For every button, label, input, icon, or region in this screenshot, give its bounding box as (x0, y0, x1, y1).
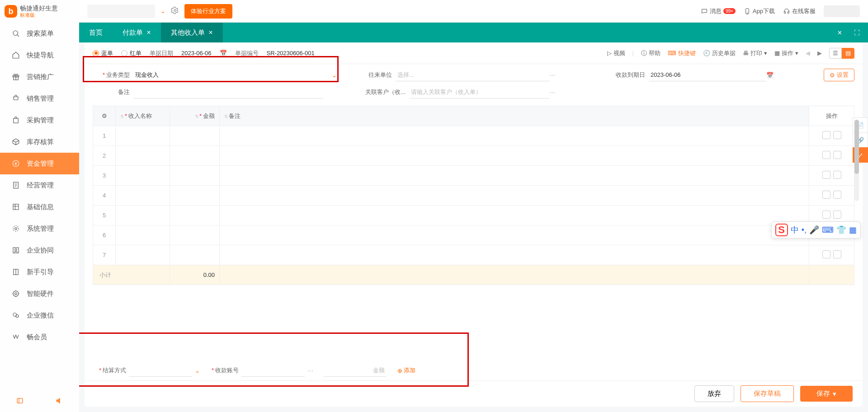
history-button[interactable]: 🕘 历史单据 (703, 49, 736, 57)
sidebar-item-home[interactable]: 快捷导航 (0, 44, 79, 66)
sidebar-item-search[interactable]: 搜索菜单 (0, 23, 79, 44)
trial-button[interactable]: 体验行业方案 (184, 4, 232, 19)
biz-type-input[interactable] (133, 69, 269, 81)
help-button[interactable]: ⓘ 帮助 (641, 49, 660, 57)
cell-name[interactable] (116, 206, 170, 225)
table-row[interactable]: 4 (93, 186, 854, 206)
more-icon[interactable]: ⋯ (549, 72, 556, 79)
calendar-icon[interactable]: 📅 (220, 50, 227, 56)
cell-name[interactable] (116, 146, 170, 166)
sidebar-item-money[interactable]: 资金管理 (0, 153, 79, 174)
remark-input[interactable] (133, 86, 323, 98)
next-button[interactable]: ▶ (817, 50, 822, 56)
sidebar-item-sys[interactable]: 系统管理 (0, 218, 79, 239)
calendar-icon[interactable]: 📅 (766, 72, 774, 79)
delete-icon[interactable] (822, 171, 830, 179)
due-date-input[interactable] (649, 69, 766, 81)
chevron-down-icon[interactable]: ⌄ (195, 367, 200, 374)
delete-icon[interactable] (822, 131, 830, 139)
cell-amount[interactable] (170, 225, 220, 245)
tab[interactable]: 首页 (79, 23, 113, 42)
more-icon[interactable]: ⋯ (549, 89, 556, 96)
ime-skin-icon[interactable]: 👕 (836, 225, 846, 235)
partner-input[interactable] (396, 69, 549, 81)
cell-remark[interactable] (220, 225, 809, 245)
shortcut-button[interactable]: ⌨ 快捷键 (668, 49, 696, 57)
support-button[interactable]: 在线客服 (783, 7, 816, 15)
settle-amount-input[interactable] (323, 364, 387, 377)
sidebar-item-bag[interactable]: 采购管理 (0, 109, 79, 131)
sidebar-item-box[interactable]: 库存核算 (0, 131, 79, 153)
radio-red[interactable]: 红单 (121, 49, 142, 57)
gear-icon[interactable] (171, 6, 179, 16)
org-selector[interactable] (87, 5, 155, 18)
close-icon[interactable]: ✕ (208, 29, 213, 36)
sidebar-item-cart[interactable]: 销售管理 (0, 88, 79, 109)
sidebar-sound-button[interactable] (40, 389, 80, 412)
table-row[interactable]: 5 (93, 206, 854, 225)
date-value[interactable]: 2023-06-06 (181, 50, 212, 56)
cell-amount[interactable] (170, 166, 220, 186)
sidebar-item-doc[interactable]: 经营管理 (0, 174, 79, 196)
view-mode-form-button[interactable]: ▤ (842, 48, 854, 59)
video-button[interactable]: ▷ 视频 (607, 49, 625, 57)
scrollbar[interactable] (854, 120, 859, 201)
delete-icon[interactable] (822, 211, 830, 219)
col-remark[interactable]: ⇅备注 (220, 106, 809, 126)
table-row[interactable]: 6 (93, 225, 854, 245)
col-gear[interactable]: ⚙ (93, 106, 116, 126)
table-row[interactable]: 3 (93, 166, 854, 186)
col-name[interactable]: ⇅收入名称 (116, 106, 170, 126)
chevron-down-icon[interactable]: ⌄ (160, 8, 165, 14)
app-download-button[interactable]: App下载 (744, 7, 775, 15)
ime-lang-icon[interactable]: 中 (791, 225, 799, 235)
cell-remark[interactable] (220, 245, 809, 265)
sidebar-item-vip[interactable]: 畅会员 (0, 326, 79, 348)
add-settlement-button[interactable]: ⊕ 添加 (397, 366, 415, 375)
ime-toolbar[interactable]: S 中 •, 🎤 ⌨ 👕 ▦ (771, 221, 861, 239)
chevron-down-icon[interactable]: ⌄ (332, 72, 337, 79)
ime-mic-icon[interactable]: 🎤 (809, 225, 819, 235)
save-button[interactable]: 保存 ▾ (800, 386, 853, 402)
cell-name[interactable] (116, 166, 170, 186)
radio-blue[interactable]: 蓝单 (93, 49, 113, 57)
messages-button[interactable]: 消息 99+ (701, 7, 736, 15)
copy-icon[interactable] (833, 131, 841, 139)
copy-icon[interactable] (833, 171, 841, 179)
cell-name[interactable] (116, 225, 170, 245)
copy-icon[interactable] (833, 191, 841, 199)
tab-close-button[interactable]: ✕ (833, 26, 846, 39)
sidebar-item-team[interactable]: 企业协同 (0, 239, 79, 261)
user-avatar[interactable] (824, 5, 860, 17)
cell-name[interactable] (116, 245, 170, 265)
settings-button[interactable]: ⚙ 设置 (824, 69, 854, 81)
cell-remark[interactable] (220, 206, 809, 225)
ime-keyboard-icon[interactable]: ⌨ (822, 225, 834, 235)
col-amount[interactable]: ⇅金额 (170, 106, 220, 126)
table-row[interactable]: 7 (93, 245, 854, 265)
cell-remark[interactable] (220, 126, 809, 146)
ime-toolbox-icon[interactable]: ▦ (849, 225, 857, 235)
cell-remark[interactable] (220, 146, 809, 166)
scrollbar-thumb[interactable] (854, 120, 859, 174)
more-icon[interactable]: ⋯ (307, 367, 314, 374)
cell-amount[interactable] (170, 146, 220, 166)
cell-amount[interactable] (170, 245, 220, 265)
cell-remark[interactable] (220, 186, 809, 206)
close-icon[interactable]: ✕ (146, 29, 151, 36)
sidebar-item-guide[interactable]: 新手引导 (0, 261, 79, 283)
link-customer-input[interactable] (409, 86, 549, 98)
delete-icon[interactable] (822, 250, 830, 258)
table-row[interactable]: 1 (93, 126, 854, 146)
copy-icon[interactable] (833, 250, 841, 258)
cell-amount[interactable] (170, 186, 220, 206)
ops-button[interactable]: ▦ 操作 ▾ (774, 49, 798, 57)
settle-method-input[interactable] (129, 364, 192, 377)
ime-punct-icon[interactable]: •, (802, 225, 807, 235)
delete-icon[interactable] (822, 191, 830, 199)
delete-icon[interactable] (822, 151, 830, 159)
discard-button[interactable]: 放弃 (694, 385, 734, 402)
cell-name[interactable] (116, 186, 170, 206)
copy-icon[interactable] (833, 211, 841, 219)
print-button[interactable]: 🖶 打印 ▾ (743, 49, 767, 57)
